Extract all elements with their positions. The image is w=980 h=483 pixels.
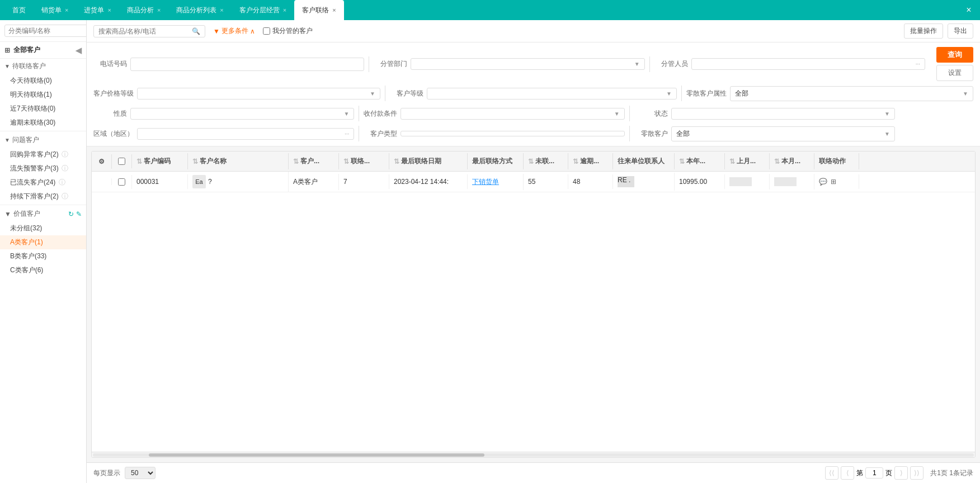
sidebar-item-class-a[interactable]: A类客户(1) bbox=[0, 235, 86, 249]
sidebar-item-7days[interactable]: 近7天待联络(0) bbox=[0, 102, 86, 116]
sidebar-item-ungroup[interactable]: 未分组(32) bbox=[0, 221, 86, 235]
sidebar-item-class-b[interactable]: B类客户(33) bbox=[0, 249, 86, 263]
sidebar-item-tomorrow[interactable]: 明天待联络(1) bbox=[0, 88, 86, 102]
filter-region: 区域（地区） ··· bbox=[93, 128, 354, 140]
td-grade: A类客户 bbox=[289, 174, 339, 190]
query-btn[interactable]: 查询 bbox=[936, 47, 973, 63]
more-filters-btn[interactable]: ▼ 更多条件 ∧ bbox=[210, 25, 258, 37]
edit-icon[interactable]: ✎ bbox=[76, 210, 82, 218]
filter-search-icon[interactable]: 🔍 bbox=[192, 27, 200, 35]
retail-attr-select[interactable]: 全部 ▼ bbox=[730, 86, 973, 101]
sidebar-item-declining[interactable]: 持续下滑客户(2) ⓘ bbox=[0, 190, 86, 203]
customer-grade-select[interactable]: ▼ bbox=[427, 88, 677, 100]
status-label: 状态 bbox=[634, 109, 668, 119]
scroll-thumb[interactable] bbox=[149, 453, 484, 457]
first-page-btn[interactable]: ⟨⟨ bbox=[825, 466, 838, 480]
barcode-icon[interactable]: ⊞ bbox=[831, 178, 836, 186]
payment-select[interactable]: ▼ bbox=[401, 108, 624, 120]
td-uncontact: 55 bbox=[524, 174, 568, 189]
window-close-button[interactable]: × bbox=[962, 3, 976, 17]
prev-page-btn[interactable]: ⟨ bbox=[841, 466, 854, 480]
col-thisyear-sort: ⇅ bbox=[679, 158, 685, 165]
filter-actions: 批量操作 导出 bbox=[904, 23, 973, 39]
nav-customer-segment[interactable]: 客户分层经营 × bbox=[232, 0, 294, 20]
sidebar-collapse-btn[interactable]: ◀ bbox=[76, 46, 82, 55]
filter-payment: 收付款条件 ▼ bbox=[364, 108, 624, 120]
sidebar-item-lost[interactable]: 已流失客户(24) ⓘ bbox=[0, 176, 86, 190]
more-filters-arrow: ∧ bbox=[250, 27, 255, 35]
sidebar-item-today[interactable]: 今天待联络(0) bbox=[0, 74, 86, 88]
nav-home[interactable]: 首页 bbox=[4, 0, 34, 20]
sidebar-item-class-c[interactable]: C类客户(6) bbox=[0, 263, 86, 277]
filter-row-2: 客户价格等级 ▼ 客户等级 ▼ 零散客户属性 bbox=[93, 86, 973, 101]
th-code: ⇅ 客户编码 bbox=[132, 153, 188, 169]
sidebar-item-churn-warning[interactable]: 流失预警客户(3) ⓘ bbox=[0, 162, 86, 176]
td-code: 000031 bbox=[132, 174, 188, 189]
nav-customer-segment-close[interactable]: × bbox=[283, 7, 286, 13]
nav-product-analysis-close[interactable]: × bbox=[157, 7, 161, 13]
td-check[interactable] bbox=[112, 175, 132, 189]
status-select[interactable]: ▼ bbox=[671, 108, 895, 120]
pending-section-title[interactable]: ▼ 待联络客户 bbox=[0, 59, 86, 74]
last-page-btn[interactable]: ⟩⟩ bbox=[910, 466, 924, 480]
retail-attr-label: 零散客户属性 bbox=[686, 89, 727, 98]
divider-7 bbox=[359, 126, 359, 141]
sidebar-item-repurchase-abnormal[interactable]: 回购异常客户(2) ⓘ bbox=[0, 148, 86, 162]
th-settings[interactable]: ⚙ bbox=[92, 154, 112, 169]
sidebar-search-input[interactable] bbox=[4, 25, 87, 37]
price-grade-label: 客户价格等级 bbox=[93, 89, 134, 98]
customer-type-select[interactable] bbox=[401, 131, 624, 136]
th-action: 联络动作 bbox=[814, 153, 859, 169]
my-customers-checkbox[interactable] bbox=[263, 27, 270, 35]
filter-status: 状态 ▼ bbox=[634, 108, 895, 120]
manager-label: 分管人员 bbox=[654, 59, 688, 69]
nav-purchase-close[interactable]: × bbox=[107, 7, 111, 13]
phone-input[interactable] bbox=[130, 58, 364, 71]
td-name: Ea ? bbox=[188, 172, 289, 192]
divider-2 bbox=[649, 56, 650, 72]
page-input[interactable] bbox=[865, 467, 883, 479]
nav-sales[interactable]: 销货单 × bbox=[34, 0, 76, 20]
chat-icon[interactable]: 💬 bbox=[819, 178, 827, 186]
th-name: ⇅ 客户名称 bbox=[188, 153, 289, 169]
nav-sales-close[interactable]: × bbox=[65, 7, 68, 13]
nav-purchase[interactable]: 进货单 × bbox=[76, 0, 119, 20]
nav-product-list[interactable]: 商品分析列表 × bbox=[168, 0, 231, 20]
problem-section-title[interactable]: ▼ 问题客户 bbox=[0, 132, 86, 148]
my-customers-checkbox-label[interactable]: 我分管的客户 bbox=[263, 26, 313, 36]
nav-customer-contact[interactable]: 客户联络 × bbox=[294, 0, 343, 20]
nav-product-list-close[interactable]: × bbox=[220, 7, 223, 13]
pending-section: ▼ 待联络客户 今天待联络(0) 明天待联络(1) 近7天待联络(0) 逾期未联… bbox=[0, 59, 86, 130]
row-checkbox[interactable] bbox=[118, 178, 125, 186]
last-method-link[interactable]: 下销货单 bbox=[472, 177, 499, 187]
col-lastmonth-sort: ⇅ bbox=[729, 158, 735, 165]
batch-btn[interactable]: 批量操作 bbox=[904, 23, 943, 39]
page-size-select[interactable]: 50 100 200 bbox=[125, 467, 156, 479]
nav-customer-contact-close[interactable]: × bbox=[332, 7, 336, 13]
col-uncontact-sort: ⇅ bbox=[528, 158, 534, 165]
filter-search-input[interactable] bbox=[98, 27, 190, 35]
nav-product-analysis[interactable]: 商品分析 × bbox=[119, 0, 168, 20]
th-check[interactable] bbox=[112, 154, 132, 168]
sidebar-item-overdue[interactable]: 逾期未联络(30) bbox=[0, 116, 86, 130]
grid-icon: ⊞ bbox=[4, 46, 10, 54]
select-all-checkbox[interactable] bbox=[118, 158, 125, 165]
export-btn[interactable]: 导出 bbox=[948, 23, 973, 39]
top-nav: 首页 销货单 × 进货单 × 商品分析 × 商品分析列表 × 客户分层经营 × … bbox=[0, 0, 980, 20]
th-date: ⇅ 最后联络日期 bbox=[389, 153, 468, 169]
filter-retail-attr: 零散客户属性 全部 ▼ bbox=[686, 86, 973, 101]
filter-settings-btn[interactable]: 设置 bbox=[936, 65, 973, 81]
page-nav: ⟨⟨ ⟨ 第 页 ⟩ ⟩⟩ 共1页 1条记录 bbox=[825, 466, 973, 480]
price-grade-select[interactable]: ▼ bbox=[137, 88, 380, 100]
dept-select[interactable]: ▼ bbox=[411, 58, 644, 70]
sidebar-all-customers[interactable]: ⊞ 全部客户 ◀ bbox=[0, 42, 86, 59]
region-select[interactable]: ··· bbox=[137, 128, 354, 140]
horizontal-scrollbar[interactable] bbox=[92, 452, 975, 457]
data-table: ⚙ ⇅ 客户编码 ⇅ 客户名称 ⇅ 客户... ⇅ bbox=[91, 151, 976, 458]
customer-grade-arrow: ▼ bbox=[666, 91, 672, 97]
refresh-icon[interactable]: ↻ bbox=[68, 210, 74, 218]
next-page-btn[interactable]: ⟩ bbox=[894, 466, 908, 480]
nature-select[interactable]: ▼ bbox=[130, 108, 354, 120]
manager-select[interactable]: ··· bbox=[691, 58, 925, 70]
retail-select[interactable]: 全部 ▼ bbox=[671, 126, 895, 141]
